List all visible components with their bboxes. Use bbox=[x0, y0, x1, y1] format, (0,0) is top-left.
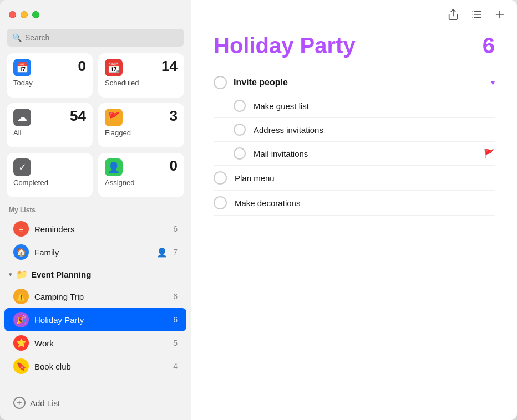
smart-list-today[interactable]: 📅 0 Today bbox=[7, 53, 93, 98]
smart-list-all[interactable]: ☁ 54 All bbox=[7, 103, 93, 147]
holiday-party-label: Holiday Party bbox=[34, 315, 168, 325]
add-list-icon: + bbox=[13, 397, 26, 409]
flag-icon: 🚩 bbox=[484, 148, 495, 159]
camping-trip-icon: ⚠️ bbox=[13, 289, 29, 304]
task-circle-make-guest-list[interactable] bbox=[234, 100, 246, 112]
camping-trip-label: Camping Trip bbox=[34, 292, 168, 301]
holiday-party-icon: 🎉 bbox=[13, 312, 29, 327]
all-label: All bbox=[13, 129, 86, 137]
reminders-count: 6 bbox=[173, 224, 178, 233]
reminders-label: Reminders bbox=[34, 224, 168, 234]
shared-icon: 👤 bbox=[156, 247, 168, 258]
today-label: Today bbox=[13, 79, 86, 87]
minimize-button[interactable] bbox=[21, 11, 28, 18]
smart-list-completed[interactable]: ✓ Completed bbox=[7, 153, 93, 197]
task-circle-mail-invitations[interactable] bbox=[234, 147, 246, 160]
sidebar-item-camping-trip[interactable]: ⚠️ Camping Trip 6 bbox=[4, 285, 186, 308]
event-planning-label: Event Planning bbox=[31, 270, 91, 279]
flagged-icon: 🚩 bbox=[105, 109, 123, 126]
task-circle-plan-menu[interactable] bbox=[214, 171, 227, 185]
group-expand-icon[interactable]: ▾ bbox=[491, 78, 495, 87]
list-total-count: 6 bbox=[483, 33, 495, 58]
add-task-button[interactable] bbox=[494, 8, 506, 21]
smart-list-assigned[interactable]: 👤 0 Assigned bbox=[98, 153, 184, 197]
main-content: Holiday Party 6 Invite people ▾ Make gue… bbox=[191, 0, 517, 420]
list-view-button[interactable] bbox=[470, 8, 483, 21]
work-icon: ⭐ bbox=[13, 335, 29, 351]
task-name-make-decorations: Make decorations bbox=[235, 198, 495, 208]
task-mail-invitations[interactable]: Mail invitations 🚩 bbox=[214, 142, 495, 166]
task-name-address-invitations: Address invitations bbox=[254, 125, 495, 135]
book-club-icon: 🔖 bbox=[13, 358, 29, 374]
task-make-guest-list[interactable]: Make guest list bbox=[214, 94, 495, 118]
search-bar[interactable]: 🔍 bbox=[7, 29, 184, 47]
all-count: 54 bbox=[70, 109, 86, 123]
search-input[interactable] bbox=[25, 33, 179, 42]
task-name-make-guest-list: Make guest list bbox=[254, 101, 495, 111]
sidebar-item-book-club[interactable]: 🔖 Book club 4 bbox=[4, 355, 186, 378]
list-title-row: Holiday Party 6 bbox=[191, 29, 517, 71]
task-plan-menu[interactable]: Plan menu bbox=[214, 166, 495, 191]
event-planning-group-header[interactable]: ▾ 📁 Event Planning bbox=[0, 264, 191, 285]
group-chevron-icon: ▾ bbox=[9, 271, 12, 278]
reminders-icon: ≡ bbox=[13, 221, 29, 237]
sidebar-item-family[interactable]: 🏠 Family 👤 7 bbox=[4, 240, 186, 264]
maximize-button[interactable] bbox=[32, 11, 39, 18]
task-circle-address-invitations[interactable] bbox=[234, 124, 246, 136]
today-icon: 📅 bbox=[13, 59, 31, 76]
sidebar: 🔍 📅 0 Today 📆 14 Scheduled bbox=[0, 0, 191, 420]
work-label: Work bbox=[34, 339, 168, 348]
book-club-count: 4 bbox=[173, 362, 178, 371]
flagged-label: Flagged bbox=[105, 129, 178, 137]
main-toolbar bbox=[191, 0, 517, 29]
task-group-invite-people[interactable]: Invite people ▾ bbox=[214, 71, 495, 94]
share-icon bbox=[447, 8, 459, 21]
folder-icon: 📁 bbox=[16, 268, 28, 280]
today-count: 0 bbox=[78, 59, 86, 73]
sidebar-item-holiday-party[interactable]: 🎉 Holiday Party 6 bbox=[4, 308, 186, 331]
close-button[interactable] bbox=[9, 11, 16, 18]
scheduled-icon: 📆 bbox=[105, 59, 123, 76]
group-circle-invite-people[interactable] bbox=[214, 76, 227, 89]
app-window: 🔍 📅 0 Today 📆 14 Scheduled bbox=[0, 0, 517, 420]
smart-lists-grid: 📅 0 Today 📆 14 Scheduled ☁ 54 All bbox=[0, 53, 191, 204]
book-club-label: Book club bbox=[34, 362, 168, 371]
task-name-mail-invitations: Mail invitations bbox=[254, 149, 476, 158]
group-name-invite-people: Invite people bbox=[234, 78, 484, 88]
my-lists-header: My Lists bbox=[0, 204, 191, 217]
completed-icon: ✓ bbox=[13, 158, 31, 176]
sidebar-item-work[interactable]: ⭐ Work 5 bbox=[4, 331, 186, 355]
family-label: Family bbox=[34, 248, 151, 257]
task-address-invitations[interactable]: Address invitations bbox=[214, 118, 495, 142]
task-make-decorations[interactable]: Make decorations bbox=[214, 191, 495, 216]
add-list-label: Add List bbox=[30, 398, 60, 408]
sidebar-item-reminders[interactable]: ≡ Reminders 6 bbox=[4, 217, 186, 240]
scheduled-label: Scheduled bbox=[105, 79, 178, 87]
holiday-party-count: 6 bbox=[173, 315, 178, 324]
tasks-container: Invite people ▾ Make guest list Address … bbox=[191, 71, 517, 420]
family-count: 7 bbox=[173, 248, 178, 257]
flagged-count: 3 bbox=[170, 109, 178, 123]
add-list-button[interactable]: + Add List bbox=[4, 392, 69, 413]
list-view-icon bbox=[470, 8, 483, 21]
task-circle-make-decorations[interactable] bbox=[214, 196, 227, 209]
work-count: 5 bbox=[173, 339, 178, 347]
share-button[interactable] bbox=[447, 8, 459, 21]
smart-list-scheduled[interactable]: 📆 14 Scheduled bbox=[98, 53, 184, 98]
family-icon: 🏠 bbox=[13, 244, 29, 260]
search-icon: 🔍 bbox=[12, 33, 22, 42]
assigned-count: 0 bbox=[170, 158, 178, 173]
all-icon: ☁ bbox=[13, 109, 31, 126]
smart-list-flagged[interactable]: 🚩 3 Flagged bbox=[98, 103, 184, 147]
list-title: Holiday Party bbox=[214, 33, 356, 58]
assigned-label: Assigned bbox=[105, 178, 178, 187]
task-name-plan-menu: Plan menu bbox=[235, 173, 495, 183]
titlebar bbox=[0, 0, 191, 29]
completed-label: Completed bbox=[13, 178, 86, 187]
camping-trip-count: 6 bbox=[173, 292, 178, 301]
add-icon bbox=[494, 8, 506, 21]
scheduled-count: 14 bbox=[161, 59, 178, 73]
assigned-icon: 👤 bbox=[105, 158, 123, 176]
